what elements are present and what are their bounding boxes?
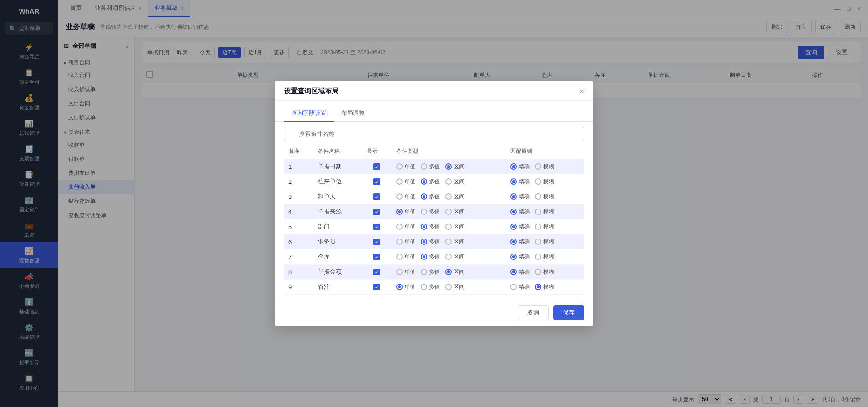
- row-order: 1: [284, 159, 313, 174]
- modal-col-order: 顺序: [284, 144, 313, 159]
- modal-table-container: 顺序 条件名称 显示 条件类型 匹配原则 1单据日期✓单值多值区间精确模糊2往来…: [275, 144, 593, 299]
- modal-close-icon[interactable]: ×: [579, 87, 584, 96]
- radio-exact[interactable]: 精确: [510, 283, 530, 291]
- modal-table-row: 2往来单位✓单值多值区间精确模糊: [284, 174, 584, 189]
- radio-range[interactable]: 区间: [445, 253, 464, 261]
- radio-multi[interactable]: 多值: [421, 238, 440, 246]
- radio-single[interactable]: 单值: [396, 253, 415, 261]
- modal-table: 顺序 条件名称 显示 条件类型 匹配原则 1单据日期✓单值多值区间精确模糊2往来…: [284, 144, 584, 299]
- row-order: 4: [284, 204, 313, 219]
- radio-multi[interactable]: 多值: [421, 208, 440, 216]
- radio-single[interactable]: 单值: [396, 208, 415, 216]
- row-name: 单据日期: [313, 159, 362, 174]
- row-order: 10: [284, 295, 313, 299]
- row-show: ✓: [362, 234, 392, 249]
- row-show: [362, 295, 392, 299]
- radio-exact[interactable]: 精确: [510, 178, 530, 186]
- radio-range[interactable]: 区间: [445, 193, 464, 201]
- modal-table-row: 8单据金额✓单值多值区间精确模糊: [284, 265, 584, 280]
- radio-range[interactable]: 区间: [445, 178, 464, 186]
- radio-multi[interactable]: 多值: [421, 193, 440, 201]
- radio-exact[interactable]: 精确: [510, 238, 530, 246]
- radio-exact[interactable]: 精确: [510, 268, 530, 276]
- modal-table-row: 4单据来源✓单值多值区间精确模糊: [284, 204, 584, 219]
- cancel-button[interactable]: 取消: [518, 305, 549, 320]
- row-name: 部门: [313, 219, 362, 234]
- radio-fuzzy[interactable]: 模糊: [535, 283, 554, 291]
- row-show: ✓: [362, 280, 392, 295]
- modal-tab-layout-adjust[interactable]: 布局调整: [334, 105, 372, 122]
- row-type: 单值多值区间: [392, 204, 506, 219]
- radio-exact[interactable]: 精确: [510, 223, 530, 231]
- row-type: 单值多值区间: [392, 280, 506, 295]
- show-checkbox[interactable]: ✓: [373, 209, 380, 215]
- radio-single[interactable]: 单值: [396, 238, 415, 246]
- radio-multi[interactable]: 多值: [421, 223, 440, 231]
- row-type: 单值多值区间: [392, 174, 506, 189]
- radio-multi[interactable]: 多值: [421, 178, 440, 186]
- row-type: 单值多值区间: [392, 189, 506, 204]
- row-match: 精确模糊: [506, 159, 584, 174]
- row-match: 精确模糊: [506, 174, 584, 189]
- show-checkbox[interactable]: ✓: [373, 163, 380, 170]
- radio-multi[interactable]: 多值: [421, 253, 440, 261]
- radio-fuzzy[interactable]: 模糊: [535, 268, 554, 276]
- radio-fuzzy[interactable]: 模糊: [535, 253, 554, 261]
- modal-col-type: 条件类型: [392, 144, 506, 159]
- radio-fuzzy[interactable]: 模糊: [535, 178, 554, 186]
- show-checkbox[interactable]: ✓: [373, 239, 380, 245]
- row-show: ✓: [362, 204, 392, 219]
- radio-range[interactable]: 区间: [445, 238, 464, 246]
- row-match: 精确模糊: [506, 234, 584, 249]
- radio-range[interactable]: 区间: [445, 283, 464, 291]
- radio-single[interactable]: 单值: [396, 178, 415, 186]
- row-type: 单值多值区间: [392, 249, 506, 265]
- show-checkbox[interactable]: ✓: [373, 224, 380, 230]
- radio-exact[interactable]: 精确: [510, 208, 530, 216]
- radio-single[interactable]: 单值: [396, 268, 415, 276]
- row-name: 业务员: [313, 234, 362, 249]
- radio-fuzzy[interactable]: 模糊: [535, 223, 554, 231]
- row-match: 精确模糊: [506, 265, 584, 280]
- row-match: 精确模糊: [506, 189, 584, 204]
- radio-range[interactable]: 区间: [445, 223, 464, 231]
- row-show: ✓: [362, 174, 392, 189]
- radio-fuzzy[interactable]: 模糊: [535, 193, 554, 201]
- modal-dialog: 设置查询区域布局 × 查询字段设置 布局调整 🔍: [275, 81, 593, 326]
- show-checkbox[interactable]: ✓: [373, 178, 380, 185]
- radio-exact[interactable]: 精确: [510, 163, 530, 171]
- row-order: 9: [284, 280, 313, 295]
- radio-exact[interactable]: 精确: [510, 253, 530, 261]
- modal-col-name: 条件名称: [313, 144, 362, 159]
- radio-multi[interactable]: 多值: [421, 268, 440, 276]
- radio-single[interactable]: 单值: [396, 283, 415, 291]
- radio-fuzzy[interactable]: 模糊: [535, 163, 554, 171]
- radio-fuzzy[interactable]: 模糊: [535, 238, 554, 246]
- row-show: ✓: [362, 159, 392, 174]
- radio-single[interactable]: 单值: [396, 163, 415, 171]
- modal-header: 设置查询区域布局 ×: [275, 81, 593, 101]
- show-checkbox[interactable]: ✓: [373, 193, 380, 200]
- modal-tabs: 查询字段设置 布局调整: [275, 101, 593, 122]
- radio-single[interactable]: 单值: [396, 223, 415, 231]
- modal-save-button[interactable]: 保存: [553, 305, 584, 320]
- row-match: 精确模糊: [506, 219, 584, 234]
- radio-range[interactable]: 区间: [445, 163, 464, 171]
- row-type: 单值多值区间: [392, 234, 506, 249]
- modal-table-row: 10单据编号单值多值区间精确模糊: [284, 295, 584, 299]
- radio-range[interactable]: 区间: [445, 208, 464, 216]
- radio-fuzzy[interactable]: 模糊: [535, 208, 554, 216]
- radio-range[interactable]: 区间: [445, 268, 464, 276]
- modal-search-area: 🔍: [275, 122, 593, 144]
- row-type: 单值多值区间: [392, 295, 506, 299]
- show-checkbox[interactable]: ✓: [373, 284, 380, 290]
- show-checkbox[interactable]: ✓: [373, 254, 380, 260]
- row-order: 3: [284, 189, 313, 204]
- radio-exact[interactable]: 精确: [510, 193, 530, 201]
- radio-single[interactable]: 单值: [396, 193, 415, 201]
- modal-tab-query-field[interactable]: 查询字段设置: [284, 105, 334, 122]
- modal-search-input[interactable]: [284, 127, 584, 140]
- radio-multi[interactable]: 多值: [421, 163, 440, 171]
- radio-multi[interactable]: 多值: [421, 283, 440, 291]
- show-checkbox[interactable]: ✓: [373, 269, 380, 275]
